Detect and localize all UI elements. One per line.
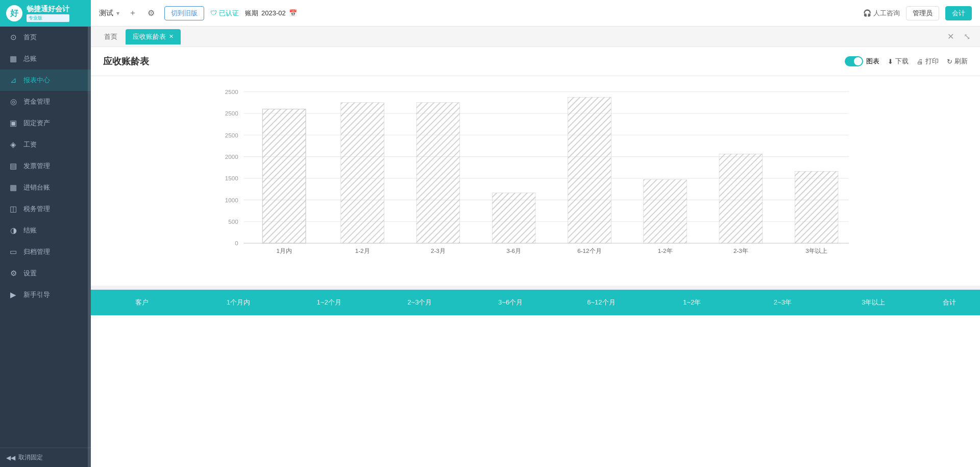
- sidebar-item-label: 税务管理: [23, 204, 50, 214]
- archive-icon: ▭: [8, 247, 18, 256]
- sidebar-item-label: 新手引导: [23, 290, 50, 299]
- svg-text:2500: 2500: [225, 132, 238, 138]
- chart-container: 2500 2500 2500 2000 1500 1000 500 0: [91, 76, 980, 286]
- svg-text:1-2年: 1-2年: [658, 247, 673, 254]
- sidebar-nav: ⊙ 首页 ▦ 总账 ⊿ 报表中心 ◎ 资金管理 ▣ 固定资产 ◈ 工资 ▤ 发票…: [0, 27, 91, 448]
- sidebar-item-ledger[interactable]: ▦ 总账: [0, 48, 91, 69]
- sidebar-item-settings[interactable]: ⚙ 设置: [0, 263, 91, 284]
- tab-ar-aging[interactable]: 应收账龄表 ✕: [126, 29, 181, 44]
- sidebar-item-close[interactable]: ◑ 结账: [0, 220, 91, 241]
- svg-rect-17: [262, 109, 306, 243]
- toggle-thumb: [854, 57, 862, 65]
- col-header-1-2y: 1~2年: [647, 290, 738, 315]
- chart-toggle-label: 图表: [866, 57, 879, 66]
- shield-icon: 🛡: [210, 9, 217, 17]
- svg-rect-23: [719, 154, 763, 243]
- cancel-fixed-btn[interactable]: ◀◀ 取消固定: [0, 448, 91, 467]
- refresh-button[interactable]: ↻ 刷新: [947, 57, 968, 66]
- svg-rect-24: [795, 171, 838, 243]
- sidebar-item-assets[interactable]: ▣ 固定资产: [0, 112, 91, 134]
- sidebar-item-label: 设置: [23, 269, 37, 278]
- svg-rect-18: [341, 103, 384, 243]
- sidebar-item-archive[interactable]: ▭ 归档管理: [0, 241, 91, 263]
- manager-button[interactable]: 管理员: [906, 6, 939, 20]
- svg-rect-19: [416, 103, 460, 243]
- svg-text:2-3月: 2-3月: [431, 247, 446, 254]
- download-icon: ⬇: [888, 58, 893, 65]
- sidebar-item-salary[interactable]: ◈ 工资: [0, 134, 91, 155]
- cancel-fixed-label: 取消固定: [18, 453, 43, 462]
- table-container: 客户 1个月内 1~2个月 2~3个月 3~6个月 6~12个月 1~2年 2~…: [91, 290, 980, 467]
- toggle-track[interactable]: [845, 56, 863, 66]
- app-logo: 好 畅捷通好会计 专业版: [0, 0, 91, 27]
- svg-rect-20: [492, 193, 535, 243]
- page-content: 应收账龄表 图表 ⬇ 下载 🖨 打印 ↻ 刷新: [91, 47, 980, 467]
- period-text: 账期: [245, 9, 258, 18]
- sidebar-item-tax[interactable]: ◫ 税务管理: [0, 198, 91, 220]
- col-header-3-6m: 3~6个月: [465, 290, 556, 315]
- project-selector[interactable]: 测试 ▾: [99, 9, 119, 18]
- switch-version-button[interactable]: 切到旧版: [164, 6, 204, 20]
- reports-icon: ⊿: [8, 76, 18, 85]
- sidebar-item-label: 总账: [23, 54, 37, 63]
- sidebar-item-label: 固定资产: [23, 119, 50, 128]
- sidebar-item-sales[interactable]: ▦ 进销台账: [0, 177, 91, 198]
- sidebar-item-label: 进销台账: [23, 183, 50, 192]
- tabbar-icons: ✕ ⤡: [943, 30, 974, 44]
- settings-icon: ⚙: [8, 269, 18, 278]
- page-actions: 图表 ⬇ 下载 🖨 打印 ↻ 刷新: [845, 56, 968, 66]
- sidebar-item-invoice[interactable]: ▤ 发票管理: [0, 155, 91, 177]
- settings-button[interactable]: ⚙: [144, 6, 158, 20]
- svg-text:6-12个月: 6-12个月: [577, 247, 601, 254]
- tax-icon: ◫: [8, 204, 18, 214]
- period-info: 账期 2023-02 📅: [245, 9, 297, 18]
- period-value: 2023-02: [261, 9, 286, 17]
- svg-text:500: 500: [228, 218, 238, 225]
- sidebar-item-guide[interactable]: ▶ 新手引导: [0, 284, 91, 306]
- svg-text:1000: 1000: [225, 197, 238, 203]
- unpin-icon: ◀◀: [6, 454, 15, 461]
- edition-badge: 专业版: [27, 14, 69, 22]
- sidebar-item-funds[interactable]: ◎ 资金管理: [0, 91, 91, 112]
- svg-text:2500: 2500: [225, 110, 238, 116]
- svg-text:2000: 2000: [225, 153, 238, 160]
- refresh-label: 刷新: [954, 57, 968, 66]
- sidebar-item-home[interactable]: ⊙ 首页: [0, 27, 91, 48]
- sidebar-item-label: 资金管理: [23, 97, 50, 106]
- col-header-6-12m: 6~12个月: [556, 290, 647, 315]
- close-tab-icon[interactable]: ✕: [169, 33, 174, 40]
- sidebar-item-label: 归档管理: [23, 247, 50, 256]
- accountant-button[interactable]: 会计: [945, 6, 972, 20]
- add-button[interactable]: ＋: [126, 6, 140, 20]
- tab-home[interactable]: 首页: [97, 29, 125, 44]
- service-label: 人工咨询: [873, 9, 900, 18]
- calendar-icon: 📅: [289, 9, 297, 17]
- sidebar-item-label: 发票管理: [23, 161, 50, 171]
- service-button[interactable]: 🎧 人工咨询: [863, 9, 900, 18]
- download-button[interactable]: ⬇ 下载: [888, 57, 909, 66]
- ledger-icon: ▦: [8, 54, 18, 63]
- close-panel-button[interactable]: ✕: [943, 30, 958, 44]
- certified-label: 已认证: [219, 9, 239, 18]
- col-header-customer: 客户: [91, 290, 193, 315]
- print-icon: 🖨: [917, 58, 923, 65]
- tabbar: 首页 应收账龄表 ✕ ✕ ⤡: [91, 27, 980, 47]
- chevron-down-icon: ▾: [116, 10, 119, 17]
- col-header-2-3y: 2~3年: [738, 290, 828, 315]
- chart-toggle[interactable]: 图表: [845, 56, 879, 66]
- page-title: 应收账龄表: [103, 55, 149, 67]
- tab-home-label: 首页: [104, 32, 117, 41]
- print-button[interactable]: 🖨 打印: [917, 57, 939, 66]
- sidebar-item-reports[interactable]: ⊿ 报表中心: [0, 69, 91, 91]
- tab-ar-aging-label: 应收账龄表: [133, 32, 166, 41]
- home-icon: ⊙: [8, 33, 18, 42]
- sidebar-item-label: 工资: [23, 140, 37, 149]
- expand-button[interactable]: ⤡: [960, 30, 974, 44]
- refresh-icon: ↻: [947, 58, 952, 65]
- page-header: 应收账龄表 图表 ⬇ 下载 🖨 打印 ↻ 刷新: [91, 47, 980, 76]
- col-header-2-3m: 2~3个月: [375, 290, 465, 315]
- project-name: 测试: [99, 9, 113, 18]
- col-header-total: 合计: [919, 290, 980, 315]
- svg-text:1500: 1500: [225, 175, 238, 181]
- topbar-right: 🎧 人工咨询 管理员 会计: [863, 6, 972, 20]
